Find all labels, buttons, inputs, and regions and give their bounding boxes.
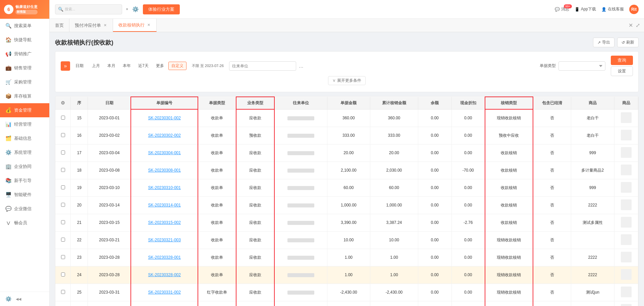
cell-docno[interactable]: SK-20230304-001 bbox=[131, 144, 198, 162]
cell-docno[interactable]: SK-20230328-002 bbox=[131, 266, 198, 284]
col-header-settings[interactable]: ⚙ bbox=[55, 97, 71, 109]
industry-solution-button[interactable]: 体验行业方案 bbox=[143, 4, 180, 14]
cell-checkbox[interactable] bbox=[55, 266, 71, 284]
sidebar-item-corp[interactable]: 🏢企业协同 bbox=[0, 160, 49, 174]
cell-verifytype: 现销收款核销 bbox=[485, 231, 533, 249]
last-month-btn[interactable]: 上月 bbox=[89, 62, 103, 70]
user-avatar[interactable]: Rit bbox=[629, 5, 639, 14]
expand-conditions-button[interactable]: ∨ 展开更多条件 bbox=[328, 76, 365, 85]
sidebar-label-inventory: 库存核算 bbox=[14, 93, 32, 99]
sidebar-item-finance[interactable]: 💰资金管理 bbox=[0, 103, 49, 117]
cell-docno[interactable]: SK-20230310-001 bbox=[131, 179, 198, 196]
col-header-goodsimg[interactable]: 商品 bbox=[614, 97, 638, 109]
cell-checkbox[interactable] bbox=[55, 249, 71, 266]
sidebar-item-wechat[interactable]: 💬企业微信 bbox=[0, 202, 49, 216]
col-header-verifytype[interactable]: 核销类型 bbox=[485, 97, 533, 109]
cell-docno[interactable]: SK-20230328-001 bbox=[131, 249, 198, 266]
sidebar-item-marketing[interactable]: 📢营销推广 bbox=[0, 47, 49, 61]
filter-expand-button[interactable]: » bbox=[61, 61, 70, 71]
cell-checkbox[interactable] bbox=[55, 284, 71, 301]
settings-button[interactable]: 设置 bbox=[611, 66, 633, 76]
cell-checkbox[interactable] bbox=[55, 301, 71, 306]
col-header-date[interactable]: 日期 bbox=[88, 97, 131, 109]
cell-cashdisc: 0.00 bbox=[451, 249, 485, 266]
cell-checkbox[interactable] bbox=[55, 127, 71, 144]
cell-include: 否 bbox=[533, 231, 571, 249]
sidebar-item-basic[interactable]: 🗂️基础信息 bbox=[0, 131, 49, 145]
cell-checkbox[interactable] bbox=[55, 162, 71, 179]
cell-docno[interactable]: SK-20230331-002 bbox=[131, 284, 198, 301]
tab-prepay[interactable]: 预付冲应付单 ✕ bbox=[69, 19, 113, 32]
sidebar-label-marketing: 营销推广 bbox=[14, 51, 32, 57]
sidebar-item-guide[interactable]: 📚新手引导 bbox=[0, 174, 49, 188]
tab-verify[interactable]: 收款核销执行 ✕ bbox=[113, 19, 157, 32]
maximize-icon[interactable]: ⤢ bbox=[636, 22, 640, 28]
sidebar-item-nav[interactable]: 🏠快捷导航 bbox=[0, 33, 49, 47]
cell-checkbox[interactable] bbox=[55, 109, 71, 127]
this-month-btn[interactable]: 本月 bbox=[104, 62, 118, 70]
tab-home[interactable]: 首页 bbox=[50, 19, 69, 32]
tab-close-prepay[interactable]: ✕ bbox=[103, 22, 107, 28]
col-header-docno[interactable]: 单据编号 bbox=[131, 97, 198, 109]
cell-checkbox[interactable] bbox=[55, 144, 71, 162]
col-header-cashdisc[interactable]: 现金折扣 bbox=[451, 97, 485, 109]
settings-icon[interactable]: ⚙️ bbox=[5, 296, 12, 302]
sidebar-item-operation[interactable]: 📊经营管理 bbox=[0, 117, 49, 131]
collapse-icon[interactable]: ◀◀ bbox=[16, 297, 21, 301]
cell-checkbox[interactable] bbox=[55, 179, 71, 196]
col-header-balance[interactable]: 余额 bbox=[418, 97, 451, 109]
cell-cashdisc: 0.00 bbox=[451, 179, 485, 196]
query-button[interactable]: 查询 bbox=[611, 56, 633, 65]
cell-date: 2023-03-31 bbox=[88, 284, 131, 301]
col-header-goods[interactable]: 商品 bbox=[571, 97, 614, 109]
col-header-amount[interactable]: 单据金额 bbox=[327, 97, 370, 109]
col-header-include[interactable]: 包含已结清 bbox=[533, 97, 571, 109]
doctype-select[interactable] bbox=[558, 61, 605, 71]
cell-docno[interactable]: SK-20230315-002 bbox=[131, 214, 198, 231]
sidebar-item-sales[interactable]: 💼销售管理 bbox=[0, 61, 49, 75]
guide-icon: 📚 bbox=[5, 178, 11, 184]
last-7days-btn[interactable]: 近7天 bbox=[135, 62, 152, 70]
filter-row: » 日期 上月 本月 本年 近7天 更多 自定义 不限 至 2023-07-26… bbox=[61, 56, 633, 76]
cell-docno[interactable]: SK-20230403-002 bbox=[131, 301, 198, 306]
cell-verifytype: 现销收款核销 bbox=[485, 266, 533, 284]
topbar-search[interactable]: 🔍 搜索... bbox=[55, 4, 122, 14]
export-button[interactable]: ↗ 导出 bbox=[593, 38, 614, 47]
refresh-button[interactable]: ↺ 刷新 bbox=[617, 38, 639, 47]
cell-docno[interactable]: SK-20230301-002 bbox=[131, 109, 198, 127]
cell-balance: 0.00 bbox=[418, 214, 451, 231]
cell-docno[interactable]: SK-20230302-002 bbox=[131, 127, 198, 144]
online-service-action[interactable]: 👤 在线客服 bbox=[601, 6, 624, 12]
tab-close-verify[interactable]: ✕ bbox=[147, 22, 151, 28]
more-options-icon[interactable]: ... bbox=[299, 63, 303, 69]
custom-date-btn[interactable]: 自定义 bbox=[168, 62, 186, 70]
cell-docno[interactable]: SK-20230314-001 bbox=[131, 196, 198, 214]
sidebar-item-inventory[interactable]: 📦库存核算 bbox=[0, 89, 49, 103]
gear-icon[interactable]: ⚙️ bbox=[132, 6, 139, 12]
sidebar-item-search[interactable]: 🔍搜索菜单 bbox=[0, 19, 49, 33]
col-header-partner[interactable]: 往来单位 bbox=[274, 97, 327, 109]
messages-action[interactable]: 💬 消息 99+ bbox=[555, 6, 569, 12]
column-settings-icon[interactable]: ⚙ bbox=[61, 100, 65, 106]
this-year-btn[interactable]: 本年 bbox=[120, 62, 134, 70]
more-date-btn[interactable]: 更多 bbox=[153, 62, 167, 70]
col-header-biztype[interactable]: 业务类型 bbox=[236, 97, 274, 109]
cell-checkbox[interactable] bbox=[55, 196, 71, 214]
col-header-accum[interactable]: 累计核销金额 bbox=[370, 97, 418, 109]
cell-checkbox[interactable] bbox=[55, 214, 71, 231]
sidebar-item-system[interactable]: ⚙️系统管理 bbox=[0, 145, 49, 160]
col-header-doctype[interactable]: 单据类型 bbox=[198, 97, 236, 109]
export-icon: ↗ bbox=[597, 40, 601, 45]
sidebar-label-nav: 快捷导航 bbox=[14, 37, 32, 43]
close-window-icon[interactable]: ✕ bbox=[629, 22, 633, 28]
sidebar-item-hardware[interactable]: 🖥️智能硬件 bbox=[0, 188, 49, 202]
table-row: 18 2023-03-08 SK-20230308-001 收款单 应收款 2,… bbox=[55, 162, 638, 179]
partner-input[interactable] bbox=[229, 61, 296, 71]
app-download-action[interactable]: 📱 App下载 bbox=[575, 6, 596, 12]
cell-docno[interactable]: SK-20230308-001 bbox=[131, 162, 198, 179]
sidebar-item-purchase[interactable]: 🛒采购管理 bbox=[0, 75, 49, 89]
sidebar-item-member[interactable]: V畅会员 bbox=[0, 216, 49, 230]
cell-checkbox[interactable] bbox=[55, 231, 71, 249]
dropdown-arrow-icon[interactable]: ▾ bbox=[126, 7, 128, 11]
cell-docno[interactable]: SK-20230321-003 bbox=[131, 231, 198, 249]
